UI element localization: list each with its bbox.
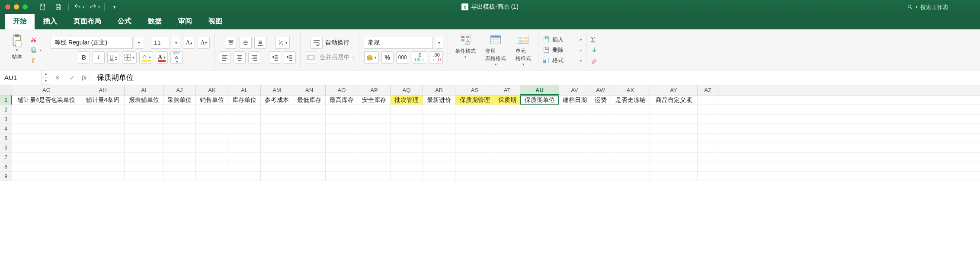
cell-AH2[interactable] [81,105,125,114]
cell-AJ4[interactable] [163,124,196,133]
delete-cells-button[interactable]: 删除▾ [543,45,582,55]
cell-AX3[interactable] [611,114,650,124]
cell-AL5[interactable] [228,134,261,143]
cell-AG4[interactable] [12,124,81,133]
cell-AK9[interactable] [196,172,228,181]
cell-AV7[interactable] [559,153,590,162]
cell-AU7[interactable] [520,153,559,162]
cell-AI6[interactable] [125,143,163,152]
cell-AO6[interactable] [326,143,358,152]
row-header-7[interactable]: 7 [0,153,12,162]
underline-button[interactable]: U▾ [107,51,119,64]
cell-AK8[interactable] [196,162,228,171]
cell-AG7[interactable] [12,153,81,162]
cell-AK7[interactable] [196,153,228,162]
autosave-icon[interactable] [37,2,48,12]
cell-AY9[interactable] [650,172,698,181]
cell-AO1[interactable]: 最高库存 [326,95,358,105]
cell-AI8[interactable] [125,162,163,171]
tab-insert[interactable]: 插入 [35,13,65,29]
tab-home[interactable]: 开始 [5,13,35,29]
cell-AW7[interactable] [590,153,611,162]
cell-AJ5[interactable] [163,134,196,143]
cell-AH9[interactable] [81,172,125,181]
cell-AW3[interactable] [590,114,611,124]
comma-button[interactable]: 000 [396,51,409,64]
cell-AS7[interactable] [455,153,494,162]
cut-button[interactable] [30,35,42,44]
column-header-AI[interactable]: AI [125,85,163,95]
cell-AU3[interactable] [520,114,559,124]
name-box-stepper[interactable]: ▴▾ [42,70,50,85]
fill-color-button[interactable]: ▾ [139,51,153,64]
cell-AQ6[interactable] [391,143,423,152]
cell-AK2[interactable] [196,105,228,114]
row-header-4[interactable]: 4 [0,124,12,133]
cell-AN3[interactable] [293,114,326,124]
cell-AQ5[interactable] [391,134,423,143]
cell-AI2[interactable] [125,105,163,114]
column-header-AW[interactable]: AW [590,85,611,95]
cell-AQ1[interactable]: 批次管理 [391,95,423,105]
tab-data[interactable]: 数据 [140,13,170,29]
cell-AK5[interactable] [196,134,228,143]
cell-AQ7[interactable] [391,153,423,162]
bold-button[interactable]: B [78,51,90,64]
qat-customize-icon[interactable]: ▾ [109,2,120,12]
cell-AM6[interactable] [261,143,293,152]
cell-AL2[interactable] [228,105,261,114]
format-as-table-button[interactable]: 套用 表格格式▾ [483,33,509,67]
cell-AJ2[interactable] [163,105,196,114]
cell-AZ7[interactable] [698,153,718,162]
cell-AO8[interactable] [326,162,358,171]
cell-AU1[interactable]: 保质期单位 [520,95,559,105]
cell-AK3[interactable] [196,114,228,124]
cell-AZ6[interactable] [698,143,718,152]
cell-AU4[interactable] [520,124,559,133]
column-header-AJ[interactable]: AJ [163,85,196,95]
cell-AL4[interactable] [228,124,261,133]
align-middle-button[interactable] [240,37,252,49]
cell-AV4[interactable] [559,124,590,133]
cell-AH4[interactable] [81,124,125,133]
decrease-decimal-button[interactable]: .00←.0 [430,51,443,64]
cell-AR3[interactable] [423,114,455,124]
cell-AS8[interactable] [455,162,494,171]
cell-AG3[interactable] [12,114,81,124]
cell-AW4[interactable] [590,124,611,133]
cell-AQ9[interactable] [391,172,423,181]
cell-AY4[interactable] [650,124,698,133]
cell-AY1[interactable]: 商品自定义项 [650,95,698,105]
cell-AG5[interactable] [12,134,81,143]
cell-AO3[interactable] [326,114,358,124]
increase-indent-button[interactable] [284,51,296,64]
decrease-indent-button[interactable] [269,51,281,64]
cell-AR7[interactable] [423,153,455,162]
column-header-AV[interactable]: AV [559,85,590,95]
cell-AT3[interactable] [494,114,520,124]
cell-AL7[interactable] [228,153,261,162]
cell-AU8[interactable] [520,162,559,171]
cell-AT7[interactable] [494,153,520,162]
cell-AV1[interactable]: 建档日期 [559,95,590,105]
cell-AR2[interactable] [423,105,455,114]
column-header-AM[interactable]: AM [261,85,293,95]
format-cells-button[interactable]: 格式▾ [543,56,582,65]
column-header-AT[interactable]: AT [494,85,520,95]
cell-AS5[interactable] [455,134,494,143]
cell-AO7[interactable] [326,153,358,162]
cell-AP1[interactable]: 安全库存 [358,95,391,105]
cell-AH1[interactable]: 辅计量4条码 [81,95,125,105]
cell-AQ8[interactable] [391,162,423,171]
align-center-button[interactable] [234,51,246,64]
cell-AN6[interactable] [293,143,326,152]
save-icon[interactable] [53,2,64,12]
row-header-2[interactable]: 2 [0,105,12,114]
cell-AY3[interactable] [650,114,698,124]
column-header-AX[interactable]: AX [611,85,650,95]
align-left-button[interactable] [219,51,231,64]
column-header-AL[interactable]: AL [228,85,261,95]
cell-AN4[interactable] [293,124,326,133]
cell-AN5[interactable] [293,134,326,143]
wrap-text-button[interactable] [311,37,323,49]
